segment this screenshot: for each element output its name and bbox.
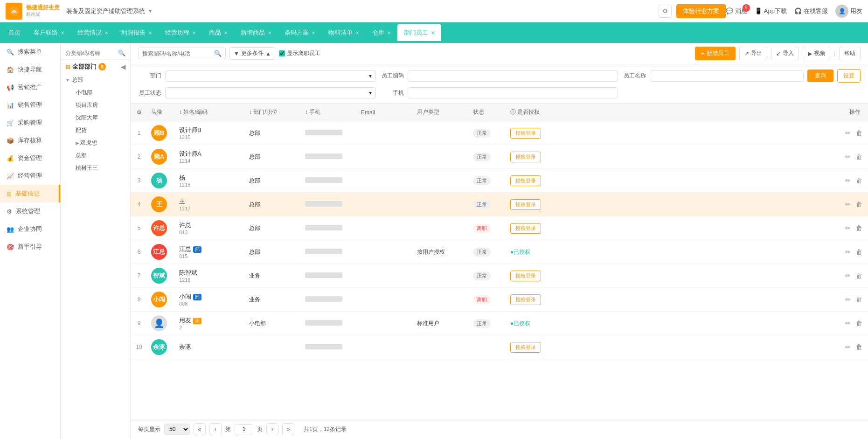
auth-login-button[interactable]: 授权登录 <box>510 271 541 281</box>
tab-add-goods[interactable]: 新增商品 ✕ <box>234 24 278 41</box>
delete-button[interactable]: 🗑 <box>854 200 864 209</box>
empcode-filter-input[interactable] <box>408 70 618 82</box>
more-filters-button[interactable]: ▼ 更多条件 ▲ <box>229 47 275 60</box>
dept-node-peihuo[interactable]: 配货 <box>66 124 130 137</box>
settings-button[interactable]: 设置 <box>837 69 861 83</box>
status-filter-select[interactable]: ▾ <box>165 87 376 98</box>
sidebar-item-operations[interactable]: 📈 经营管理 <box>0 167 60 185</box>
tab-home[interactable]: 首页 <box>2 24 27 41</box>
page-nav-last[interactable]: » <box>282 423 294 435</box>
tab-close-goods[interactable]: ✕ <box>224 30 228 35</box>
query-button[interactable]: 查询 <box>807 70 833 82</box>
tab-operations[interactable]: 经营情况 ✕ <box>71 24 115 41</box>
dept-node-xiaodie[interactable]: 小电部 <box>66 86 130 99</box>
page-nav-next[interactable]: › <box>266 423 278 435</box>
tab-customer[interactable]: 客户联络 ✕ <box>27 24 71 41</box>
dept-node-shuanghu[interactable]: ▶双虎想 <box>66 137 130 149</box>
col-name[interactable]: ↕ 姓名/编码 <box>175 104 245 121</box>
edit-button[interactable]: ✏ <box>843 223 853 233</box>
edit-button[interactable]: ✏ <box>843 342 853 352</box>
auth-login-button[interactable]: 授权登录 <box>510 152 541 162</box>
page-size-select[interactable]: 50 20 100 <box>164 424 190 435</box>
sidebar-item-sales[interactable]: 📊 销售管理 <box>0 96 60 114</box>
tab-close-profit[interactable]: ✕ <box>148 30 152 35</box>
page-input[interactable] <box>235 424 253 434</box>
dept-node-project[interactable]: 项目库房 <box>66 99 130 111</box>
sidebar-item-search[interactable]: 🔍 搜索菜单 <box>0 43 60 61</box>
dept-search-input[interactable] <box>65 50 118 56</box>
tab-close-department[interactable]: ✕ <box>431 30 435 35</box>
auth-login-button[interactable]: 授权登录 <box>510 128 541 139</box>
user-menu-button[interactable]: 👤 用友 <box>835 5 862 18</box>
tab-bom[interactable]: 物料清单 ✕ <box>322 24 366 41</box>
sidebar-item-basic[interactable]: ⊞ 基础信息 <box>0 185 60 202</box>
col-phone[interactable]: ↕ 手机 <box>301 104 357 121</box>
tab-history[interactable]: 经营历程 ✕ <box>159 24 202 41</box>
edit-button[interactable]: ✏ <box>843 319 853 328</box>
gear-button[interactable]: ⚙ <box>659 5 672 18</box>
delete-button[interactable]: 🗑 <box>854 342 864 352</box>
delete-button[interactable]: 🗑 <box>854 271 864 280</box>
delete-button[interactable]: 🗑 <box>854 247 864 257</box>
delete-button[interactable]: 🗑 <box>854 319 864 328</box>
col-settings[interactable]: ⚙ <box>131 104 147 121</box>
phone-filter-input[interactable] <box>408 87 618 98</box>
auth-login-button[interactable]: 授权登录 <box>510 294 541 305</box>
tab-close-operations[interactable]: ✕ <box>104 30 108 35</box>
help-button[interactable]: 帮助 <box>839 47 861 60</box>
sidebar-item-guide[interactable]: 🎯 新手引导 <box>0 238 60 256</box>
sidebar-item-corp[interactable]: 👥 企业协同 <box>0 220 60 238</box>
edit-button[interactable]: ✏ <box>843 152 853 161</box>
tab-close-history[interactable]: ✕ <box>192 30 196 35</box>
auth-login-button[interactable]: 授权登录 <box>510 175 541 186</box>
search-icon[interactable]: 🔍 <box>214 50 222 57</box>
search-input[interactable] <box>142 50 212 57</box>
title-dropdown-icon[interactable]: ▾ <box>149 7 152 14</box>
sidebar-item-marketing[interactable]: 📢 营销推广 <box>0 78 60 96</box>
tab-close-bom[interactable]: ✕ <box>355 30 359 35</box>
sidebar-item-system[interactable]: ⚙ 系统管理 <box>0 202 60 220</box>
edit-button[interactable]: ✏ <box>843 271 853 280</box>
video-button[interactable]: ▶ 视频 <box>803 47 830 60</box>
trial-button[interactable]: 体验行业方案 <box>676 4 726 18</box>
add-employee-button[interactable]: + 新增员工 <box>695 47 736 60</box>
delete-button[interactable]: 🗑 <box>854 128 864 138</box>
dept-search-icon[interactable]: 🔍 <box>118 49 125 56</box>
dept-node-root[interactable]: ▼ 总部 <box>61 74 130 86</box>
dept-node-zongbu[interactable]: 总部 <box>66 149 130 162</box>
online-service-button[interactable]: 🎧 在线客服 <box>794 7 828 15</box>
col-dept[interactable]: ↕ 部门/职位 <box>245 104 301 121</box>
edit-button[interactable]: ✏ <box>843 176 853 185</box>
delete-button[interactable]: 🗑 <box>854 295 864 304</box>
sidebar-item-quicknav[interactable]: 🏠 快捷导航 <box>0 61 60 78</box>
tab-goods[interactable]: 商品 ✕ <box>202 24 234 41</box>
export-button[interactable]: ↗ 导出 <box>739 47 767 60</box>
delete-button[interactable]: 🗑 <box>854 152 864 161</box>
auth-login-button[interactable]: 授权登录 <box>510 223 541 234</box>
show-resigned-input[interactable] <box>279 50 285 56</box>
sidebar-item-purchase[interactable]: 🛒 采购管理 <box>0 114 60 132</box>
app-download-button[interactable]: 📱 App下载 <box>755 7 787 15</box>
tab-barcode[interactable]: 条码方案 ✕ <box>278 24 322 41</box>
tab-close-add-goods[interactable]: ✕ <box>268 30 271 35</box>
tab-close-customer[interactable]: ✕ <box>61 30 64 35</box>
page-nav-first[interactable]: « <box>194 423 206 435</box>
sidebar-item-finance[interactable]: 💰 资金管理 <box>0 149 60 167</box>
tab-department[interactable]: 部门员工 ✕ <box>397 24 441 41</box>
delete-button[interactable]: 🗑 <box>854 223 864 233</box>
show-resigned-checkbox[interactable]: 显示离职员工 <box>279 49 320 57</box>
dept-node-shenyang[interactable]: 沈阳大库 <box>66 111 130 124</box>
sidebar-item-inventory[interactable]: 📦 库存核算 <box>0 132 60 149</box>
message-button[interactable]: 💬 消息 5 <box>726 7 747 15</box>
auth-login-button[interactable]: 授权登录 <box>510 199 541 210</box>
page-nav-prev[interactable]: ‹ <box>209 423 222 435</box>
dept-collapse-btn[interactable]: ◀ <box>121 63 125 70</box>
tab-close-barcode[interactable]: ✕ <box>312 30 315 35</box>
edit-button[interactable]: ✏ <box>843 247 853 257</box>
dept-filter-select[interactable]: ▾ <box>165 70 376 82</box>
edit-button[interactable]: ✏ <box>843 200 853 209</box>
dept-node-zhishu[interactable]: 植树王三 <box>66 162 130 174</box>
empname-filter-input[interactable] <box>650 70 804 82</box>
edit-button[interactable]: ✏ <box>843 128 853 138</box>
tab-close-warehouse[interactable]: ✕ <box>387 30 391 35</box>
